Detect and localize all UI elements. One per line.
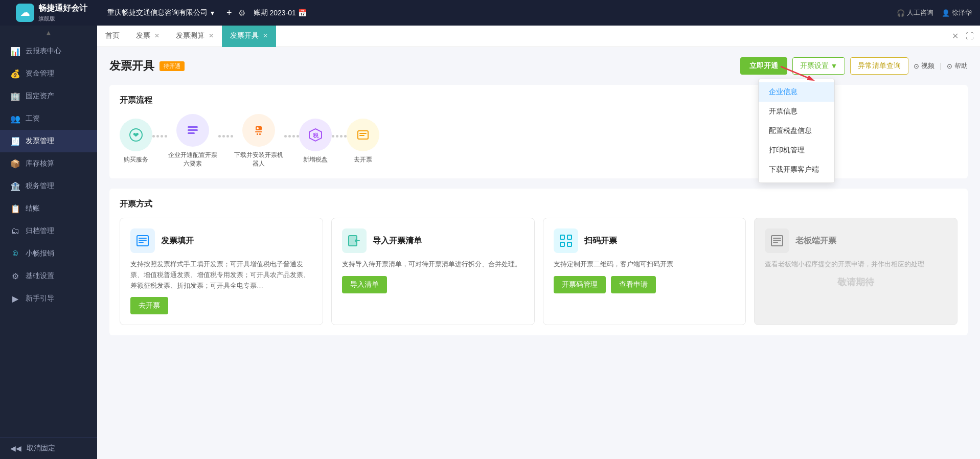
add-button[interactable]: + xyxy=(226,8,232,18)
step-icon-5 xyxy=(347,119,379,151)
import-name: 导入开票清单 xyxy=(373,236,422,246)
period-label: 账期 xyxy=(254,8,268,17)
maximize-button[interactable]: ⛶ xyxy=(964,30,976,43)
flow-dots-1 xyxy=(152,135,167,137)
close-all-button[interactable]: ✕ xyxy=(950,29,961,43)
sidebar-item-payroll[interactable]: 👥 工资 xyxy=(0,107,97,130)
sidebar-item-guide[interactable]: ▶ 新手引导 xyxy=(0,287,97,310)
tab-invoice[interactable]: 发票 ✕ xyxy=(128,26,168,47)
step-label-3: 下载并安装开票机器人 xyxy=(233,151,284,168)
scan-buttons: 开票码管理 查看申请 xyxy=(554,276,736,293)
header-actions: 立即开通 开票设置 ▼ 异常清单查询 ⊙ 视频 | ⊙ xyxy=(740,57,968,75)
status-badge: 待开通 xyxy=(159,61,185,71)
svg-rect-28 xyxy=(773,238,781,239)
sidebar-item-accounting[interactable]: 📋 结账 xyxy=(0,197,97,220)
boss-overlay: 敬请期待 xyxy=(765,276,947,288)
sidebar-label: 资金管理 xyxy=(26,69,54,78)
manual-desc: 支持按照发票样式手工填开发票；可开具增值税电子普通发票、增值税普通发票、增值税专… xyxy=(130,259,312,291)
svg-text:❤: ❤ xyxy=(133,131,139,139)
dropdown-item-download-client[interactable]: 下载开票客户端 xyxy=(759,160,834,179)
scan-desc: 支持定制开票二维码，客户端可扫码开票 xyxy=(554,259,736,270)
method-card-scan: 扫码开票 支持定制开票二维码，客户端可扫码开票 开票码管理 查看申请 xyxy=(543,218,746,325)
video-button[interactable]: ⊙ 视频 xyxy=(914,61,935,71)
step-label-4: 新增税盘 xyxy=(303,155,328,164)
sidebar-item-fixed-assets[interactable]: 🏢 固定资产 xyxy=(0,85,97,107)
settings-icon[interactable]: ⚙ xyxy=(238,8,245,18)
dropdown-item-company-info[interactable]: 企业信息 xyxy=(759,82,834,102)
methods-section: 开票方式 发票填开 支持按照发票样式手工填开发票；可开具增值税电子普通发票、增值… xyxy=(109,189,968,335)
sidebar-label: 税务管理 xyxy=(26,181,54,191)
dropdown-item-tax-config[interactable]: 配置税盘信息 xyxy=(759,121,834,141)
dropdown-item-printer[interactable]: 打印机管理 xyxy=(759,141,834,160)
svg-rect-25 xyxy=(560,242,564,246)
tab-invoice-calc[interactable]: 发票测算 ✕ xyxy=(168,26,222,47)
flow-dots-2 xyxy=(218,135,233,137)
svg-rect-8 xyxy=(255,131,262,132)
play-icon: ▶ xyxy=(10,293,20,304)
tab-label: 发票开具 xyxy=(230,31,259,40)
step-icon-4: 税 xyxy=(299,119,332,151)
help-button[interactable]: ⊙ 帮助 xyxy=(947,61,968,71)
tab-invoice-issue[interactable]: 发票开具 ✕ xyxy=(222,26,276,47)
step-label-2: 企业开通配置开票六要素 xyxy=(167,151,218,168)
support-button[interactable]: 🎧 人工咨询 xyxy=(897,8,933,17)
sidebar-label: 库存核算 xyxy=(26,159,54,168)
sidebar-item-capital[interactable]: 💰 资金管理 xyxy=(0,62,97,85)
sidebar-item-cloud-report[interactable]: 📊 云报表中心 xyxy=(0,40,97,62)
manual-goto-button[interactable]: 去开票 xyxy=(130,297,168,314)
sidebar-item-tax[interactable]: 🏦 税务管理 xyxy=(0,175,97,197)
tab-label: 发票 xyxy=(136,31,150,40)
flow-section: 开票流程 ❤ 购买服务 xyxy=(109,85,968,178)
sidebar-label: 新手引导 xyxy=(26,294,54,303)
top-right: 🎧 人工咨询 👤 徐泽华 xyxy=(897,8,972,17)
tab-close-icon[interactable]: ✕ xyxy=(154,32,159,39)
abnormal-list-button[interactable]: 异常清单查询 xyxy=(850,57,908,75)
tab-close-icon[interactable]: ✕ xyxy=(209,32,214,39)
unpin-icon: ◀◀ xyxy=(10,444,21,452)
chevron-down-icon: ▾ xyxy=(211,9,214,17)
manual-icon xyxy=(130,228,155,253)
sidebar-label: 固定资产 xyxy=(26,91,54,101)
method-card-import: 导入开票清单 支持导入待开票清单，可对待开票清单进行拆分、合并处理。 导入清单 xyxy=(331,218,535,325)
sidebar-item-settings[interactable]: ⚙ 基础设置 xyxy=(0,265,97,287)
unpin-button[interactable]: ◀◀ 取消固定 xyxy=(0,438,97,459)
scroll-up-button[interactable]: ▲ xyxy=(0,26,97,40)
top-bar: ☁ 畅捷通好会计 旗舰版 重庆畅捷交通信息咨询有限公司 ▾ + ⚙ 账期 202… xyxy=(0,0,980,26)
user-menu[interactable]: 👤 徐泽华 xyxy=(942,8,972,17)
scan-name: 扫码开票 xyxy=(584,236,617,246)
tab-close-icon[interactable]: ✕ xyxy=(263,32,268,39)
gear-icon: ⚙ xyxy=(10,271,20,281)
svg-rect-10 xyxy=(259,133,261,135)
play-circle-icon: ⊙ xyxy=(914,62,919,70)
sidebar-label: 基础设置 xyxy=(26,271,54,281)
report-icon: © xyxy=(10,248,20,259)
sidebar-item-report[interactable]: © 小畅报销 xyxy=(0,242,97,265)
sidebar-item-archive[interactable]: 🗂 归档管理 xyxy=(0,220,97,242)
boss-icon xyxy=(765,228,789,253)
flow-step-4: 税 新增税盘 xyxy=(299,119,332,164)
calendar-icon[interactable]: 📅 xyxy=(298,9,307,17)
tab-home[interactable]: 首页 xyxy=(97,26,128,47)
svg-rect-18 xyxy=(139,238,147,239)
svg-point-11 xyxy=(257,127,259,129)
svg-rect-19 xyxy=(139,240,147,241)
help-label: 帮助 xyxy=(954,61,968,71)
dropdown-item-invoice-info[interactable]: 开票信息 xyxy=(759,102,834,121)
sidebar-item-inventory[interactable]: 📦 库存核算 xyxy=(0,152,97,175)
svg-rect-6 xyxy=(188,132,195,134)
view-apply-button[interactable]: 查看申请 xyxy=(611,276,656,293)
svg-rect-29 xyxy=(773,240,781,241)
logo-sub: 旗舰版 xyxy=(38,15,87,22)
qr-manage-button[interactable]: 开票码管理 xyxy=(554,276,606,293)
company-selector[interactable]: 重庆畅捷交通信息咨询有限公司 ▾ xyxy=(103,6,218,19)
unpin-label: 取消固定 xyxy=(27,444,55,453)
sidebar-label: 结账 xyxy=(26,204,40,213)
invoice-icon: 🧾 xyxy=(10,136,20,146)
import-list-button[interactable]: 导入清单 xyxy=(342,276,387,293)
bank-icon: 🏦 xyxy=(10,181,20,191)
money-icon: 💰 xyxy=(10,68,20,79)
svg-rect-20 xyxy=(139,242,144,243)
sidebar-item-invoice[interactable]: 🧾 发票管理 xyxy=(0,130,97,152)
tab-bar: 首页 发票 ✕ 发票测算 ✕ 发票开具 ✕ ✕ ⛶ xyxy=(97,26,980,47)
top-actions: + ⚙ xyxy=(226,8,245,18)
